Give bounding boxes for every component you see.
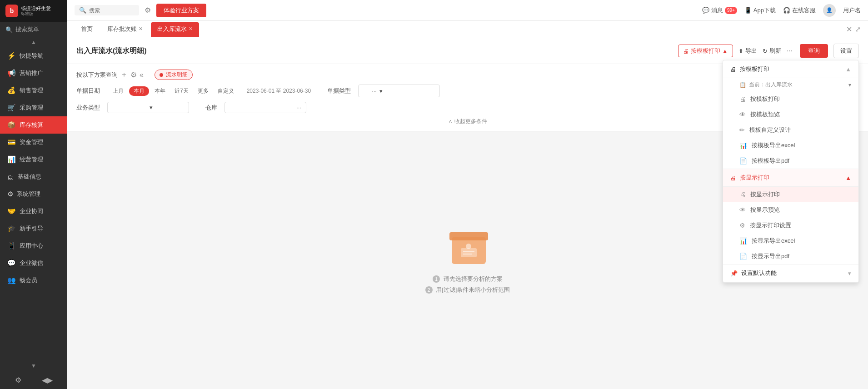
service-label: 在线客服: [792, 6, 816, 15]
display-export-excel-item[interactable]: 📊 按显示导出excel: [723, 233, 858, 249]
sidebar-item-basic[interactable]: 🗂 基础信息: [0, 168, 67, 185]
sidebar-search[interactable]: 🔍 搜索菜单: [0, 22, 67, 37]
warehouse-dropdown[interactable]: ···: [224, 102, 306, 113]
printer-icon: 🖨: [683, 48, 689, 55]
refresh-icon: ↻: [763, 48, 768, 55]
template-export-pdf-item[interactable]: 📄 按模板导出pdf: [723, 153, 858, 169]
inventory-icon: 📦: [7, 121, 16, 129]
user-avatar[interactable]: 👤: [823, 4, 836, 17]
filter-gear-icon[interactable]: ⚙: [130, 70, 137, 79]
display-print-item[interactable]: 🖨 按显示打印: [723, 187, 858, 202]
date-option-this-month[interactable]: 本月: [129, 86, 149, 96]
date-option-last-month[interactable]: 上月: [109, 86, 127, 96]
sidebar-item-label: 销售管理: [20, 86, 43, 95]
sidebar-scroll-down[interactable]: ▼: [0, 361, 67, 371]
template-export-excel-item[interactable]: 📊 按模板导出excel: [723, 138, 858, 153]
display-settings-label: 按显示打印设置: [750, 221, 791, 229]
page-title: 出入库流水(流水明细): [76, 46, 147, 56]
more-options-icon[interactable]: ···: [787, 47, 793, 55]
display-print-settings-item[interactable]: ⚙ 按显示打印设置: [723, 218, 858, 233]
active-filter-tag[interactable]: 流水明细: [155, 70, 193, 80]
msg-label: 消息: [711, 6, 723, 15]
username-label[interactable]: 用户名: [843, 6, 861, 15]
sidebar-item-appcenter[interactable]: 📱 应用中心: [0, 237, 67, 254]
export-button[interactable]: ⬆ 导出: [738, 47, 757, 55]
sidebar-item-finance[interactable]: 💳 资金管理: [0, 134, 67, 151]
doc-type-dropdown[interactable]: ··· ▾: [358, 85, 440, 97]
tab-batch-close-icon[interactable]: ✕: [139, 26, 143, 32]
template-custom-item[interactable]: ✏ 模板自定义设计: [723, 122, 858, 138]
settings-button[interactable]: 设置: [833, 44, 859, 58]
header-online-service[interactable]: 🎧 在线客服: [783, 6, 816, 15]
date-option-7days[interactable]: 近7天: [171, 86, 192, 96]
operations-icon: 📊: [7, 155, 16, 164]
display-pdf-icon: 📄: [739, 253, 747, 260]
display-print-item-icon: 🖨: [739, 191, 746, 198]
member-icon: 👥: [7, 276, 16, 284]
sidebar-item-label: 畅会员: [20, 276, 37, 284]
doc-type-ellipsis[interactable]: ···: [372, 88, 377, 95]
header-messages[interactable]: 💬 消息 99+: [702, 6, 737, 15]
sidebar-item-sales[interactable]: 💰 销售管理: [0, 82, 67, 99]
template-print-item[interactable]: 🖨 按模板打印: [723, 91, 858, 107]
date-range-display: 2023-06-01 至 2023-06-30: [247, 87, 311, 95]
display-print-label: 按显示打印: [750, 190, 780, 199]
settings-bottom-icon[interactable]: ⚙: [15, 376, 21, 384]
page-header: 出入库流水(流水明细) 🖨 按模板打印 ▲ ⬆ 导出 ↻ 刷新 🖨: [67, 38, 868, 64]
filter-add-icon[interactable]: ＋: [120, 70, 128, 80]
sidebar-item-operations[interactable]: 📊 经营管理: [0, 151, 67, 168]
empty-svg-illustration: [445, 225, 495, 266]
business-chevron-down-icon: ▾: [150, 104, 184, 111]
maximize-page-icon[interactable]: ⤢: [855, 25, 861, 34]
sidebar-item-label: 库存核算: [20, 121, 43, 129]
sidebar-item-cooperation[interactable]: 🤝 企业协同: [0, 203, 67, 220]
tab-batch-account[interactable]: 库存批次账 ✕: [101, 22, 149, 37]
display-print-section-header[interactable]: 🖨 按显示打印 ▲: [723, 169, 858, 187]
sidebar-item-wechat[interactable]: 💬 企业微信: [0, 254, 67, 272]
sidebar-item-system[interactable]: ⚙ 系统管理: [0, 185, 67, 203]
header-gear-icon[interactable]: ⚙: [145, 6, 151, 15]
default-section-chevron-down[interactable]: ▾: [848, 270, 851, 277]
sidebar-item-member[interactable]: 👥 畅会员: [0, 272, 67, 289]
tab-flow[interactable]: 出入库流水 ✕: [151, 22, 199, 37]
date-option-custom[interactable]: 自定义: [214, 86, 238, 96]
sidebar-item-guide[interactable]: 🎓 新手引导: [0, 220, 67, 237]
print-button[interactable]: 🖨 按模板打印 ▲: [678, 45, 733, 57]
app-badge: 标准版: [21, 11, 51, 17]
trial-button[interactable]: 体验行业方案: [156, 4, 206, 17]
default-section-header[interactable]: 📌 设置默认功能 ▾: [723, 264, 858, 282]
display-section-chevron-up[interactable]: ▲: [845, 175, 851, 181]
empty-state: 1 请先选择要分析的方案 2 用[过滤]条件来缩小分析范围: [425, 225, 510, 295]
template-section-chevron-up[interactable]: ▲: [845, 66, 851, 73]
print-chevron-up-icon: ▲: [722, 48, 728, 55]
display-export-pdf-item[interactable]: 📄 按显示导出pdf: [723, 249, 858, 264]
sidebar-item-marketing[interactable]: 📢 营销推广: [0, 65, 67, 82]
business-type-label: 业务类型: [76, 104, 100, 112]
header-search-input[interactable]: [89, 7, 135, 14]
tab-flow-close-icon[interactable]: ✕: [189, 26, 193, 32]
template-preview-label: 按模板预览: [750, 110, 780, 119]
sidebar-item-inventory[interactable]: 📦 库存核算: [0, 116, 67, 134]
date-option-more[interactable]: 更多: [194, 86, 212, 96]
empty-tip-1: 1 请先选择要分析的方案: [425, 274, 510, 284]
wechat-icon: 💬: [7, 259, 16, 267]
filter-collapse-icon[interactable]: «: [140, 71, 144, 79]
tab-home[interactable]: 首页: [75, 22, 99, 37]
business-type-dropdown[interactable]: ▾: [107, 102, 189, 113]
header-app-download[interactable]: 📱 App下载: [744, 6, 776, 15]
collapse-sidebar-icon[interactable]: ◀▶: [42, 376, 53, 384]
date-option-this-year[interactable]: 本年: [151, 86, 169, 96]
template-print-section-header[interactable]: 🖨 按模板打印 ▲: [723, 60, 858, 78]
sidebar-item-purchase[interactable]: 🛒 采购管理: [0, 99, 67, 116]
query-button[interactable]: 查询: [800, 44, 828, 58]
warehouse-ellipsis[interactable]: ···: [296, 104, 301, 111]
tab-resize-controls: ✕ ⤢: [846, 25, 861, 34]
sidebar-scroll-up[interactable]: ▲: [0, 37, 67, 47]
header-search-box[interactable]: 🔍: [75, 5, 139, 15]
sidebar-item-quick-nav[interactable]: ⚡ 快捷导航: [0, 47, 67, 65]
active-filter-label: 流水明细: [166, 71, 188, 79]
refresh-button[interactable]: ↻ 刷新: [763, 47, 781, 55]
close-page-icon[interactable]: ✕: [846, 25, 852, 34]
template-preview-item[interactable]: 👁 按模板预览: [723, 107, 858, 122]
display-preview-item[interactable]: 👁 按显示预览: [723, 202, 858, 218]
